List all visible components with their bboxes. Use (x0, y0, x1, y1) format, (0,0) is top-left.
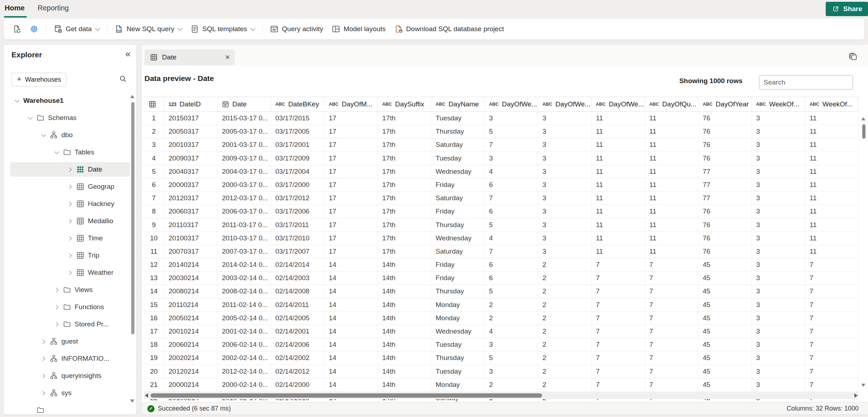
column-header-dayofm[interactable]: ABCDayOfM... (324, 97, 378, 111)
chevron-right-icon[interactable] (67, 270, 72, 275)
scrollbar-down-arrow[interactable] (130, 399, 134, 403)
column-header-date[interactable]: Date (218, 97, 271, 111)
chevron-right-icon[interactable] (41, 356, 45, 361)
tree-item-guest[interactable]: guest (10, 334, 130, 349)
tree-item-views[interactable]: Views (10, 283, 130, 297)
table-row[interactable]: 11200703172007-03-17 0...03/17/20071717t… (144, 245, 859, 258)
table-row[interactable]: 16200502142005-02-14 0...02/14/20051414t… (144, 312, 859, 325)
column-header-dayofwe[interactable]: ABCDayOfWe... (538, 97, 592, 111)
column-header-dayofyear[interactable]: ABCDayOfYear (698, 97, 752, 111)
tree-item-schemas[interactable]: Schemas (10, 111, 130, 125)
column-header-dayofqu[interactable]: ABCDayOfQu... (645, 97, 698, 111)
column-header-dayofwe[interactable]: ABCDayOfWe... (592, 97, 645, 111)
horizontal-scrollbar[interactable] (144, 392, 859, 399)
tree-item-dbo[interactable]: dbo (10, 128, 130, 142)
tree-item-date[interactable]: Date (10, 162, 130, 177)
table-row[interactable]: 5200403172004-03-17 0...03/17/20041717th… (144, 165, 859, 178)
chevron-right-icon[interactable] (54, 288, 58, 292)
table-row[interactable]: 6200003172000-03-17 0...03/17/20001717th… (144, 178, 859, 192)
tree-item-sys[interactable]: sys (10, 386, 130, 400)
scrollbar-up-arrow[interactable] (130, 95, 134, 98)
table-row[interactable]: 2200503172005-03-17 0...03/17/20051717th… (144, 125, 859, 138)
grid-scrollbar-thumb[interactable] (862, 124, 865, 139)
model-layouts-button[interactable]: Model layouts (328, 22, 389, 36)
tree-item-hackney[interactable]: Hackney (10, 197, 130, 211)
column-header-datebkey[interactable]: ABCDateBKey (271, 97, 324, 111)
tree-item-geograp[interactable]: Geograp (10, 179, 130, 194)
horizontal-scrollbar-thumb[interactable] (151, 393, 542, 398)
tree-item-warehouse1[interactable]: Warehouse1 (10, 94, 130, 108)
query-activity-button[interactable]: Query activity (266, 22, 327, 36)
search-input[interactable] (759, 76, 853, 89)
chevron-right-icon[interactable] (67, 236, 72, 241)
column-header-dateid[interactable]: 123DateID (164, 97, 218, 111)
scrollbar-down-arrow[interactable] (861, 384, 865, 387)
chevron-right-icon[interactable] (67, 202, 72, 206)
tree-item-functions[interactable]: Functions (10, 300, 130, 314)
tree-item-tables[interactable]: Tables (10, 145, 130, 159)
tree-item-weather[interactable]: Weather (10, 265, 130, 280)
tree-item-informatio-[interactable]: INFORMATIO... (10, 351, 130, 366)
collapse-panel-icon[interactable]: « (125, 49, 131, 58)
tree-item-partial[interactable] (10, 403, 130, 414)
table-row[interactable]: 3200103172001-03-17 0...03/17/20011717th… (144, 138, 859, 152)
close-icon[interactable]: × (225, 53, 230, 61)
table-row[interactable]: 17200102142001-02-14 0...02/14/20011414t… (144, 325, 859, 338)
table-row[interactable]: 13200302142003-02-14 0...02/14/20031414t… (144, 272, 859, 285)
table-row[interactable]: 14200802142008-02-14 0...02/14/20081414t… (144, 285, 859, 298)
table-row[interactable]: 1201503172015-03-17 0...03/17/20151717th… (144, 112, 859, 125)
chevron-right-icon[interactable] (67, 219, 72, 224)
chevron-right-icon[interactable] (67, 184, 72, 189)
scrollbar-right-arrow[interactable] (854, 393, 858, 398)
download-sql-project-button[interactable]: Download SQL database project (390, 22, 508, 36)
tab-home[interactable]: Home (5, 4, 25, 12)
chevron-right-icon[interactable] (41, 391, 45, 396)
table-row[interactable]: 20201202142012-02-14 0...02/14/20121414t… (144, 365, 859, 378)
chevron-down-icon[interactable] (41, 132, 46, 137)
table-row[interactable]: 18200602142006-02-14 0...02/14/20061414t… (144, 338, 859, 351)
new-sql-query-button[interactable]: SQL New SQL query (111, 22, 186, 36)
chevron-down-icon[interactable] (28, 115, 33, 120)
add-warehouses-button[interactable]: + Warehouses (11, 73, 66, 86)
tab-reporting[interactable]: Reporting (38, 4, 69, 12)
table-row[interactable]: 7201203172012-03-17 0...03/17/20121717th… (144, 192, 859, 205)
column-header-dayname[interactable]: ABCDayName (431, 97, 485, 111)
table-row[interactable]: 21200002142000-02-14 0...02/14/20001414t… (144, 378, 859, 392)
chevron-right-icon[interactable] (54, 322, 58, 327)
tree-item-medallio[interactable]: Medallio (10, 214, 130, 228)
tree-item-stored-pr-[interactable]: Stored Pr... (10, 317, 130, 331)
chevron-down-icon[interactable] (54, 149, 59, 154)
tab-date[interactable]: Date × (144, 49, 235, 65)
scrollbar-up-arrow[interactable] (861, 117, 865, 120)
chevron-down-icon[interactable] (15, 98, 19, 102)
sql-templates-button[interactable]: SQL templates (186, 22, 258, 36)
table-row[interactable]: 4200903172009-03-17 0...03/17/20091717th… (144, 152, 859, 165)
column-header-weekof[interactable]: ABCWeekOf... (805, 97, 859, 111)
column-header-weekof[interactable]: ABCWeekOf... (752, 97, 805, 111)
chevron-right-icon[interactable] (67, 253, 72, 258)
tree-item-time[interactable]: Time (10, 231, 130, 245)
tree-item-trip[interactable]: Trip (10, 248, 130, 263)
scrollbar-left-arrow[interactable] (145, 393, 148, 398)
chevron-right-icon[interactable] (67, 167, 72, 172)
table-row[interactable]: 15201102142011-02-14 0...02/14/20111414t… (144, 298, 859, 312)
tree-item-queryinsights[interactable]: queryinsights (10, 369, 130, 383)
chevron-right-icon[interactable] (41, 339, 45, 344)
column-header-rownum[interactable] (144, 97, 164, 111)
table-row[interactable]: 12201402142014-02-14 0...02/14/20141414t… (144, 258, 859, 272)
column-header-daysuffix[interactable]: ABCDaySuffix (378, 97, 431, 111)
table-row[interactable]: 8200603172006-03-17 0...03/17/20061717th… (144, 205, 859, 218)
chevron-right-icon[interactable] (41, 374, 45, 378)
get-data-button[interactable]: Get data (50, 22, 103, 36)
copy-icon[interactable] (848, 52, 858, 62)
table-row[interactable]: 19200202142002-02-14 0...02/14/20021414t… (144, 351, 859, 365)
column-header-dayofwe[interactable]: ABCDayOfWe... (485, 97, 538, 111)
table-row[interactable]: 9201103172011-03-17 0...03/17/20111717th… (144, 219, 859, 232)
chevron-right-icon[interactable] (54, 305, 58, 310)
refresh-button[interactable] (9, 22, 25, 36)
explorer-scrollbar-thumb[interactable] (131, 102, 134, 334)
settings-button[interactable] (26, 22, 42, 36)
share-button[interactable]: Share (826, 2, 868, 16)
search-icon[interactable] (119, 75, 127, 83)
table-row[interactable]: 10201003172010-03-17 0...03/17/20101717t… (144, 232, 859, 245)
